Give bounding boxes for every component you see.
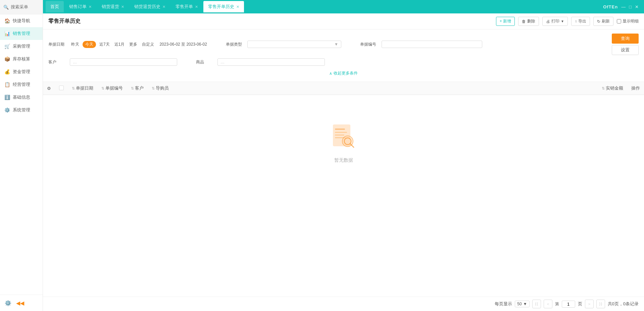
th-customer[interactable]: 客户 — [127, 82, 148, 95]
tab-retail-open-close[interactable]: ✕ — [195, 5, 198, 9]
next-page-btn[interactable]: ＞ — [585, 300, 594, 308]
product-input[interactable]: … — [217, 58, 325, 66]
empty-icon — [327, 122, 360, 152]
tab-return-history[interactable]: 销货退货历史 ✕ — [130, 1, 170, 12]
page-word: 第 — [555, 301, 559, 307]
current-page-input[interactable] — [562, 301, 575, 308]
tab-bar: 首页 销售订单 ✕ 销货退货 ✕ 销货退货历史 ✕ 零售开单 ✕ 零售开单历史 … — [43, 0, 644, 13]
tab-home[interactable]: 首页 — [46, 1, 64, 12]
prev-page-btn[interactable]: ＜ — [544, 300, 552, 308]
pagination-bar: 每页显示 50 ▼ ⟨⟨ ＜ 第 页 ＞ ⟩⟩ 共0页，0条记录 — [43, 297, 644, 311]
th-number[interactable]: 单据编号 — [97, 82, 127, 95]
delete-label: 删除 — [527, 18, 535, 24]
setting-button[interactable]: 设置 — [612, 45, 639, 55]
sidebar-item-basic[interactable]: ℹ️ 基础信息 — [0, 91, 43, 104]
maximize-btn[interactable]: □ — [629, 4, 632, 9]
refresh-icon: ↻ — [597, 19, 600, 24]
product-placeholder: … — [220, 60, 225, 64]
th-checkbox[interactable] — [55, 82, 68, 95]
sidebar-item-system[interactable]: ⚙️ 系统管理 — [0, 104, 43, 116]
sidebar-search[interactable]: 🔍 搜索采单 — [0, 0, 43, 14]
filter-area: 单据日期 昨天 今天 近7天 近1月 更多 自定义 2023-06-02 至 2… — [43, 30, 644, 82]
sidebar-item-label: 库存核算 — [13, 56, 30, 62]
sidebar-item-quicknav[interactable]: 🏠 快捷导航 — [0, 14, 43, 27]
select-all-checkbox[interactable] — [59, 86, 64, 90]
toolbar: + 新增 🗑 删除 🖨 打印 ▼ ↑ 导出 ↻ 刷新 — [496, 17, 639, 26]
sidebar-item-finance[interactable]: 💰 资金管理 — [0, 65, 43, 78]
print-button[interactable]: 🖨 打印 ▼ — [542, 17, 568, 26]
customer-placeholder: … — [73, 60, 77, 64]
operation-icon: 📋 — [4, 82, 10, 87]
tab-retail-open-label: 零售开单 — [176, 4, 193, 10]
tab-retail-history-label: 零售开单历史 — [208, 4, 234, 10]
date-opt-more[interactable]: 更多 — [128, 41, 139, 48]
customer-input[interactable]: … — [70, 58, 177, 66]
sidebar-item-sales[interactable]: 📊 销售管理 — [0, 27, 43, 40]
number-filter-label: 单据编号 — [360, 42, 379, 47]
table-header-row: ⚙ 单据日期 单据编号 客户 导购员 实销金额 操作 — [43, 82, 644, 95]
show-detail-toggle[interactable]: 显示明细 — [617, 18, 639, 24]
purchase-icon: 🛒 — [4, 44, 10, 49]
tab-retail-history-close[interactable]: ✕ — [236, 5, 239, 9]
export-button[interactable]: ↑ 导出 — [571, 17, 590, 26]
date-opt-yesterday[interactable]: 昨天 — [70, 41, 81, 48]
show-detail-checkbox[interactable] — [617, 19, 621, 23]
tab-sales-order[interactable]: 销售订单 ✕ — [64, 1, 96, 12]
sidebar-item-operation[interactable]: 📋 经营管理 — [0, 78, 43, 91]
main-area: 首页 销售订单 ✕ 销货退货 ✕ 销货退货历史 ✕ 零售开单 ✕ 零售开单历史 … — [43, 0, 644, 311]
first-page-btn[interactable]: ⟨⟨ — [532, 300, 541, 308]
query-button[interactable]: 查询 — [612, 34, 639, 44]
minimize-btn[interactable]: — — [621, 4, 626, 9]
type-select[interactable]: ▼ — [247, 41, 341, 48]
tab-retail-history[interactable]: 零售开单历史 ✕ — [203, 1, 244, 12]
tab-return-close[interactable]: ✕ — [121, 5, 124, 9]
sidebar-item-label: 快捷导航 — [13, 18, 30, 24]
filter-actions: 查询 设置 — [612, 34, 639, 55]
date-opt-7days[interactable]: 近7天 — [98, 41, 111, 48]
date-opt-custom[interactable]: 自定义 — [141, 41, 155, 48]
number-input[interactable] — [382, 41, 482, 48]
th-settings[interactable]: ⚙ — [43, 82, 55, 95]
tab-return-history-close[interactable]: ✕ — [162, 5, 165, 9]
tab-sales-order-close[interactable]: ✕ — [89, 5, 92, 9]
close-btn[interactable]: ✕ — [635, 4, 639, 9]
sidebar-item-purchase[interactable]: 🛒 采购管理 — [0, 40, 43, 53]
th-guide[interactable]: 导购员 — [148, 82, 173, 95]
total-info: 共0页，0条记录 — [608, 301, 639, 307]
sidebar-item-label: 基础信息 — [13, 94, 30, 100]
sidebar-item-label: 资金管理 — [13, 69, 30, 75]
filter-customer-group: 客户 … — [48, 58, 177, 66]
sidebar-search-label: 搜索采单 — [11, 4, 28, 10]
date-opt-today[interactable]: 今天 — [83, 41, 96, 48]
refresh-button[interactable]: ↻ 刷新 — [593, 17, 613, 26]
empty-text: 暂无数据 — [334, 157, 353, 163]
empty-state: 暂无数据 — [43, 95, 644, 190]
add-button[interactable]: + 新增 — [496, 17, 515, 26]
tab-sales-order-label: 销售订单 — [69, 4, 87, 10]
page-title: 零售开单历史 — [48, 18, 81, 25]
home-icon: 🏠 — [4, 18, 10, 23]
sales-icon: 📊 — [4, 31, 10, 36]
print-label: 打印 — [551, 18, 559, 24]
tab-return-label: 销货退货 — [102, 4, 119, 10]
settings-footer-icon[interactable]: ⚙️ — [3, 298, 13, 308]
collapse-more-btn[interactable]: ∧ 收起更多条件 — [48, 69, 639, 77]
tab-return[interactable]: 销货退货 ✕ — [97, 1, 129, 12]
svg-rect-3 — [335, 135, 344, 136]
refresh-label: 刷新 — [602, 18, 610, 24]
collapse-sidebar-icon[interactable]: ◀◀ — [15, 298, 25, 308]
th-date[interactable]: 单据日期 — [68, 82, 97, 95]
page-size-select[interactable]: 50 ▼ — [515, 301, 529, 307]
data-table: ⚙ 单据日期 单据编号 客户 导购员 实销金额 操作 — [43, 82, 644, 95]
filter-date-group: 单据日期 昨天 今天 近7天 近1月 更多 自定义 2023-06-02 至 2… — [48, 41, 207, 48]
th-amount[interactable]: 实销金额 — [598, 82, 627, 95]
delete-icon: 🗑 — [522, 19, 526, 24]
type-chevron-icon: ▼ — [334, 42, 338, 47]
tab-retail-open[interactable]: 零售开单 ✕ — [171, 1, 203, 12]
collapse-up-icon: ∧ — [329, 71, 332, 76]
delete-button[interactable]: 🗑 删除 — [518, 17, 539, 26]
sidebar-item-inventory[interactable]: 📦 库存核算 — [0, 53, 43, 65]
date-opt-1month[interactable]: 近1月 — [113, 41, 126, 48]
date-range-display: 2023-06-02 至 2023-06-02 — [159, 42, 207, 47]
last-page-btn[interactable]: ⟩⟩ — [596, 300, 605, 308]
